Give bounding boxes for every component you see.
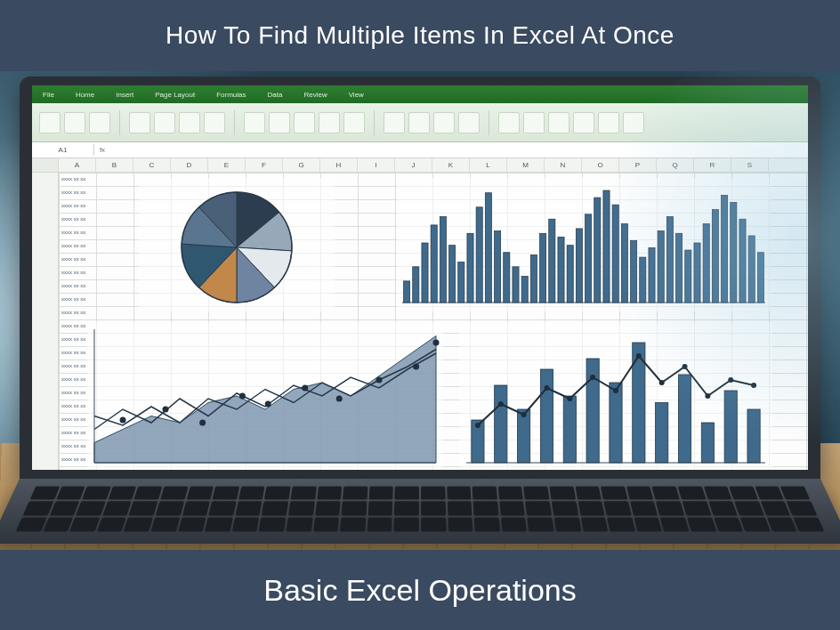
tab-view[interactable]: View [349, 91, 364, 99]
col-header[interactable]: I [358, 158, 395, 172]
col-header[interactable]: R [694, 158, 731, 172]
svg-rect-61 [633, 343, 645, 463]
svg-rect-20 [567, 246, 573, 303]
svg-rect-57 [540, 369, 553, 463]
col-header[interactable]: M [507, 158, 545, 172]
fx-icon[interactable]: fx [94, 146, 110, 154]
col-header[interactable]: J [395, 158, 432, 172]
ribbon-button[interactable] [458, 112, 480, 133]
hero-scene: File Home Insert Page Layout Formulas Da… [0, 71, 840, 550]
tab-insert[interactable]: Insert [116, 91, 133, 99]
ribbon-button[interactable] [154, 112, 175, 133]
ribbon-button[interactable] [319, 112, 340, 133]
ribbon-button[interactable] [498, 112, 520, 133]
ribbon-button[interactable] [39, 112, 61, 133]
select-all-corner[interactable] [32, 158, 59, 172]
ribbon-button[interactable] [269, 112, 290, 133]
svg-point-74 [636, 353, 642, 359]
svg-rect-62 [656, 403, 668, 464]
col-header[interactable]: G [283, 158, 320, 172]
col-header[interactable]: A [59, 158, 96, 172]
ribbon-button[interactable] [179, 112, 200, 133]
ribbon-sep [234, 110, 235, 135]
tab-data[interactable]: Data [268, 91, 283, 99]
col-header[interactable]: Q [657, 158, 694, 172]
col-header[interactable]: H [320, 158, 358, 172]
svg-rect-30 [658, 231, 664, 303]
svg-rect-22 [586, 214, 592, 303]
subtitle-bar: Basic Excel Operations [0, 550, 840, 630]
ribbon-button[interactable] [433, 112, 455, 133]
ribbon-button[interactable] [548, 112, 569, 133]
svg-point-70 [544, 385, 549, 391]
svg-point-75 [659, 380, 665, 385]
col-header[interactable]: L [470, 158, 507, 172]
ribbon-button[interactable] [573, 112, 594, 133]
svg-rect-59 [586, 359, 599, 463]
ribbon-sep [119, 110, 120, 135]
svg-rect-2 [404, 281, 410, 303]
svg-rect-40 [748, 236, 755, 303]
svg-rect-10 [476, 207, 482, 303]
svg-point-45 [239, 393, 246, 400]
ribbon-button[interactable] [244, 112, 265, 133]
svg-rect-19 [558, 237, 564, 303]
svg-point-79 [751, 383, 756, 388]
ribbon-button[interactable] [598, 112, 619, 133]
svg-point-48 [336, 396, 343, 402]
svg-rect-18 [549, 219, 555, 303]
svg-rect-33 [685, 250, 691, 303]
col-header[interactable]: O [582, 158, 619, 172]
svg-rect-13 [504, 253, 510, 303]
tab-review[interactable]: Review [303, 91, 327, 99]
col-header[interactable]: F [246, 158, 283, 172]
svg-rect-35 [703, 224, 709, 303]
pie-chart [139, 178, 335, 311]
svg-rect-37 [722, 195, 728, 303]
col-header[interactable]: D [171, 158, 208, 172]
svg-rect-25 [612, 205, 618, 303]
ribbon-button[interactable] [89, 112, 110, 133]
ribbon-button[interactable] [523, 112, 545, 133]
svg-point-68 [498, 401, 504, 407]
tab-home[interactable]: Home [76, 91, 94, 99]
svg-rect-5 [431, 225, 437, 303]
ribbon-button[interactable] [204, 112, 225, 133]
name-box[interactable]: A1 [32, 144, 94, 156]
tab-file[interactable]: File [43, 91, 54, 99]
title-bar: How To Find Multiple Items In Excel At O… [0, 0, 840, 71]
svg-rect-23 [594, 198, 601, 303]
col-header[interactable]: E [208, 158, 246, 172]
svg-point-69 [521, 412, 527, 417]
ribbon-button[interactable] [64, 112, 85, 133]
page-subtitle: Basic Excel Operations [263, 573, 577, 608]
ribbon-button[interactable] [294, 112, 315, 133]
col-header[interactable]: P [619, 158, 657, 172]
col-header[interactable]: B [96, 158, 133, 172]
svg-rect-34 [694, 243, 700, 303]
col-header[interactable]: N [545, 158, 582, 172]
svg-rect-64 [701, 423, 714, 463]
col-header[interactable]: S [731, 158, 769, 172]
ribbon-button[interactable] [343, 112, 365, 133]
col-header[interactable]: K [432, 158, 470, 172]
row-headers[interactable] [32, 173, 59, 470]
bar-chart [397, 178, 771, 311]
ribbon-tabs: File Home Insert Page Layout Formulas Da… [32, 85, 808, 103]
ribbon-button[interactable] [408, 112, 430, 133]
stylus-right [739, 507, 836, 526]
ribbon-button[interactable] [129, 112, 150, 133]
svg-rect-3 [413, 267, 419, 303]
svg-rect-58 [563, 396, 576, 463]
ribbon-sep [374, 110, 375, 135]
col-header[interactable]: C [133, 158, 171, 172]
svg-rect-63 [678, 375, 691, 463]
worksheet[interactable]: xxxx xx xxxxxx xx xxxxxx xx xxxxxx xx xx… [32, 173, 808, 470]
svg-rect-65 [724, 391, 737, 463]
svg-rect-29 [649, 247, 655, 303]
tab-formulas[interactable]: Formulas [216, 91, 246, 99]
svg-rect-21 [576, 229, 582, 303]
tab-layout[interactable]: Page Layout [155, 91, 195, 99]
ribbon-button[interactable] [623, 112, 644, 133]
ribbon-button[interactable] [384, 112, 405, 133]
